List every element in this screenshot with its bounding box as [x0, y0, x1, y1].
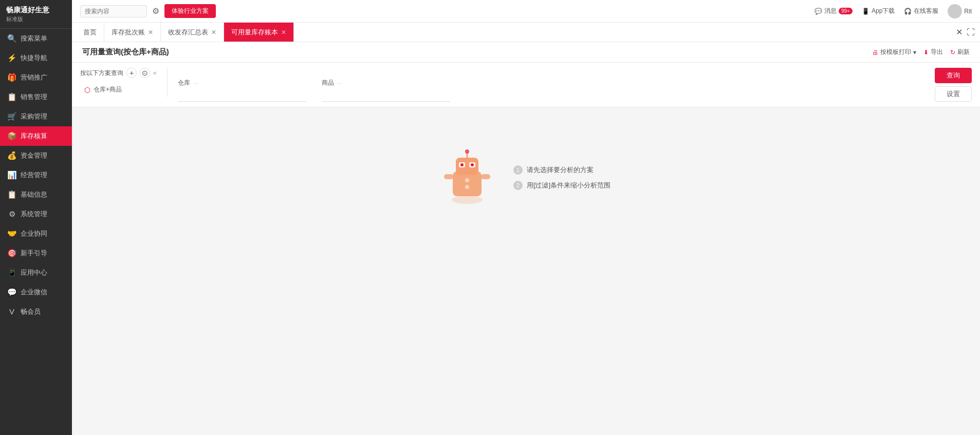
sidebar-item-label: 快捷导航	[21, 53, 47, 63]
finance-icon: 💰	[7, 151, 16, 160]
sidebar: 畅康通好生意 标准版 🔍 搜索菜单 ⚡ 快捷导航 🎁 营销推广 📋 销售管理 🛒…	[0, 0, 72, 435]
avatar	[948, 4, 962, 18]
gear-icon[interactable]: ⚙	[152, 6, 159, 16]
empty-illustration	[441, 148, 493, 206]
message-button[interactable]: 💬 消息 99+	[815, 7, 853, 15]
online-service-button[interactable]: 🎧 在线客服	[904, 7, 938, 15]
page-content: 可用量查询(按仓库+商品) 🖨 按模板打印 ▾ ⬇ 导出 ↻ 刷新	[72, 42, 980, 435]
refresh-button[interactable]: ↻ 刷新	[950, 48, 970, 56]
app-center-icon: 📱	[7, 268, 16, 277]
tabs-actions: ✕ ⛶	[956, 27, 980, 37]
maximize-button[interactable]: ⛶	[967, 28, 975, 37]
user-menu[interactable]: Rit	[948, 4, 972, 18]
export-label: 导出	[931, 48, 943, 56]
guide-icon: 🎯	[7, 249, 16, 258]
sidebar-nav: 🔍 搜索菜单 ⚡ 快捷导航 🎁 营销推广 📋 销售管理 🛒 采购管理 📦 库存核…	[0, 29, 72, 435]
sidebar-item-operation[interactable]: 📊 经营管理	[0, 165, 72, 185]
tab-batch-account[interactable]: 库存批次账✕	[104, 23, 161, 42]
scheme-item-warehouse-product[interactable]: ⬡ 仓库+商品	[80, 82, 161, 97]
topbar-right: 💬 消息 99+ 📱 App下载 🎧 在线客服 Rit	[815, 4, 972, 18]
service-label: 在线客服	[914, 7, 938, 15]
close-tab-button[interactable]: ✕	[956, 27, 963, 37]
tab-close-icon[interactable]: ✕	[148, 29, 153, 36]
tip-1: 1 请先选择要分析的方案	[513, 165, 611, 175]
sidebar-item-enterprise[interactable]: 🤝 企业协同	[0, 224, 72, 243]
app-download-button[interactable]: 📱 App下载	[862, 7, 895, 15]
svg-rect-9	[444, 174, 453, 179]
product-more-icon[interactable]: ···	[337, 80, 342, 86]
scheme-panel-header: 按以下方案查询 + ⊙ «	[80, 68, 161, 78]
tab-label: 可用量库存账本	[231, 28, 278, 37]
tab-close-icon[interactable]: ✕	[281, 29, 286, 36]
tip-num-1: 1	[513, 165, 523, 175]
sidebar-item-marketing[interactable]: 🎁 营销推广	[0, 68, 72, 87]
sidebar-item-basic[interactable]: 📋 基础信息	[0, 185, 72, 204]
robot-svg	[441, 148, 493, 205]
svg-rect-10	[481, 174, 490, 179]
sidebar-item-system[interactable]: ⚙ 系统管理	[0, 204, 72, 224]
sidebar-item-label: 系统管理	[21, 210, 47, 219]
query-button[interactable]: 查询	[935, 68, 972, 83]
tab-available-ledger[interactable]: 可用量库存账本✕	[224, 23, 294, 42]
print-label: 按模板打印	[880, 48, 911, 56]
product-label-row: 商品 ···	[322, 79, 450, 87]
user-name: Rit	[964, 8, 972, 15]
sidebar-item-label: 库存核算	[21, 131, 47, 141]
search-input[interactable]	[80, 5, 147, 17]
tabs-bar: 首页库存批次账✕收发存汇总表✕可用量库存账本✕ ✕ ⛶	[72, 23, 980, 42]
tab-close-icon[interactable]: ✕	[211, 29, 216, 36]
sidebar-item-app-center[interactable]: 📱 应用中心	[0, 263, 72, 282]
system-icon: ⚙	[7, 210, 16, 219]
export-button[interactable]: ⬇ 导出	[923, 48, 943, 56]
member-icon: V	[7, 307, 16, 316]
main-area: ⚙ 体验行业方案 💬 消息 99+ 📱 App下载 🎧 在线客服 Rit	[72, 0, 980, 435]
empty-state: 1 请先选择要分析的方案 2 用[过滤]条件来缩小分析范围	[72, 107, 980, 248]
page-title: 可用量查询(按仓库+商品)	[82, 47, 169, 57]
company-name: 畅康通好生意	[6, 5, 66, 15]
warehouse-label-row: 仓库 ···	[178, 79, 306, 87]
scheme-icon: ⬡	[84, 86, 90, 94]
quick-nav-icon: ⚡	[7, 53, 16, 63]
svg-point-6	[471, 163, 474, 166]
sidebar-logo: 畅康通好生意 标准版	[0, 0, 72, 29]
settings-button[interactable]: 设置	[935, 86, 972, 102]
sidebar-item-quick-nav[interactable]: ⚡ 快捷导航	[0, 48, 72, 68]
scheme-label: 按以下方案查询	[80, 69, 123, 78]
wechat-icon: 💬	[7, 288, 16, 297]
svg-point-12	[465, 185, 469, 189]
svg-point-8	[465, 149, 469, 154]
tab-label: 库存批次账	[112, 28, 145, 37]
scheme-settings-button[interactable]: ⊙	[140, 68, 150, 78]
tab-inventory-summary[interactable]: 收发存汇总表✕	[161, 23, 224, 42]
sidebar-item-search[interactable]: 🔍 搜索菜单	[0, 29, 72, 48]
tab-label: 收发存汇总表	[168, 28, 208, 37]
trial-button[interactable]: 体验行业方案	[164, 4, 216, 18]
print-dropdown-icon[interactable]: ▾	[913, 49, 916, 56]
enterprise-icon: 🤝	[7, 229, 16, 238]
sidebar-item-label: 采购管理	[21, 112, 47, 121]
sidebar-item-purchase[interactable]: 🛒 采购管理	[0, 107, 72, 126]
refresh-label: 刷新	[957, 48, 970, 56]
warehouse-more-icon[interactable]: ···	[193, 80, 198, 86]
tip-num-2: 2	[513, 181, 523, 190]
sidebar-item-inventory[interactable]: 📦 库存核算	[0, 126, 72, 146]
sidebar-item-member[interactable]: V 畅会员	[0, 302, 72, 321]
collapse-icon[interactable]: «	[153, 69, 157, 77]
sidebar-item-sales[interactable]: 📋 销售管理	[0, 87, 72, 107]
print-button[interactable]: 🖨 按模板打印 ▾	[872, 48, 916, 56]
add-scheme-button[interactable]: +	[126, 68, 137, 78]
product-input[interactable]	[322, 89, 450, 102]
print-icon: 🖨	[872, 49, 878, 56]
tab-label: 首页	[83, 28, 97, 37]
basic-icon: 📋	[7, 190, 16, 199]
mobile-icon: 📱	[862, 8, 870, 15]
operation-icon: 📊	[7, 171, 16, 180]
edition-label: 标准版	[6, 15, 66, 23]
warehouse-input[interactable]	[178, 89, 306, 102]
sidebar-item-wechat[interactable]: 💬 企业微信	[0, 282, 72, 302]
tab-home[interactable]: 首页	[76, 23, 104, 42]
message-label: 消息	[824, 7, 837, 15]
sidebar-item-finance[interactable]: 💰 资金管理	[0, 146, 72, 165]
filter-section: 按以下方案查询 + ⊙ « ⬡ 仓库+商品 仓库 ···	[72, 63, 980, 107]
sidebar-item-guide[interactable]: 🎯 新手引导	[0, 243, 72, 263]
